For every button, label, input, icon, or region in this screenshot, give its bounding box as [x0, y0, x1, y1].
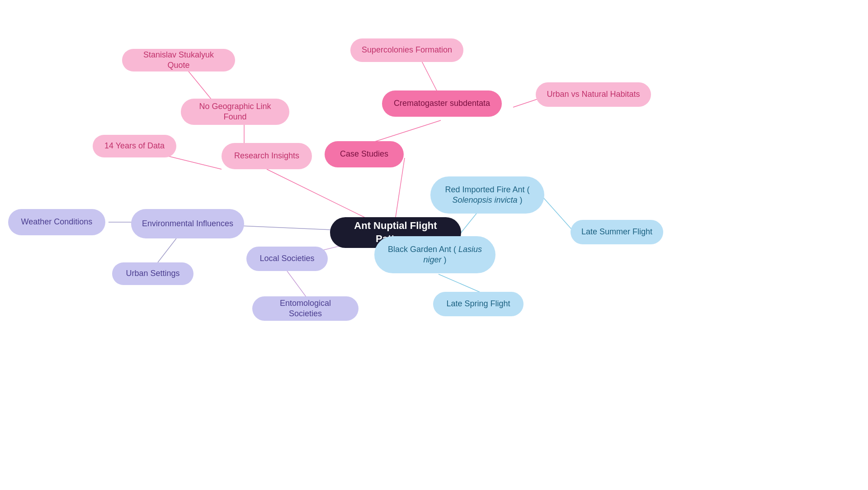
urban-natural-node[interactable]: Urban vs Natural Habitats: [536, 82, 651, 107]
no-geo-link-node[interactable]: No Geographic Link Found: [181, 99, 289, 125]
environmental-influences-node[interactable]: Environmental Influences: [131, 209, 244, 238]
fire-ant-node[interactable]: Red Imported Fire Ant ( Solenopsis invic…: [430, 176, 544, 214]
supercolonies-node[interactable]: Supercolonies Formation: [350, 38, 463, 62]
svg-line-14: [543, 198, 574, 232]
local-societies-node[interactable]: Local Societies: [246, 247, 328, 271]
svg-line-8: [287, 271, 307, 299]
late-spring-node[interactable]: Late Spring Flight: [433, 292, 524, 316]
entomological-societies-node[interactable]: Entomological Societies: [252, 296, 359, 321]
weather-conditions-node[interactable]: Weather Conditions: [8, 209, 105, 235]
mindmap-container: Ant Nuptial Flight Patterns Research Ins…: [0, 0, 868, 490]
black-garden-label: Black Garden Ant ( Lasius niger ): [384, 244, 486, 266]
late-summer-node[interactable]: Late Summer Flight: [571, 220, 663, 244]
svg-line-9: [396, 158, 405, 217]
svg-line-6: [158, 238, 176, 262]
crematogaster-node[interactable]: Crematogaster subdentata: [382, 90, 502, 117]
stukalyuk-quote-node[interactable]: Stanislav Stukalyuk Quote: [122, 49, 235, 71]
svg-line-12: [513, 98, 540, 107]
fire-ant-label: Red Imported Fire Ant ( Solenopsis invic…: [440, 185, 534, 206]
research-insights-node[interactable]: Research Insights: [222, 143, 312, 169]
urban-settings-node[interactable]: Urban Settings: [112, 262, 193, 285]
svg-line-16: [439, 274, 482, 293]
case-studies-node[interactable]: Case Studies: [325, 141, 404, 167]
years-data-node[interactable]: 14 Years of Data: [93, 135, 176, 157]
black-garden-node[interactable]: Black Garden Ant ( Lasius niger ): [374, 236, 495, 273]
